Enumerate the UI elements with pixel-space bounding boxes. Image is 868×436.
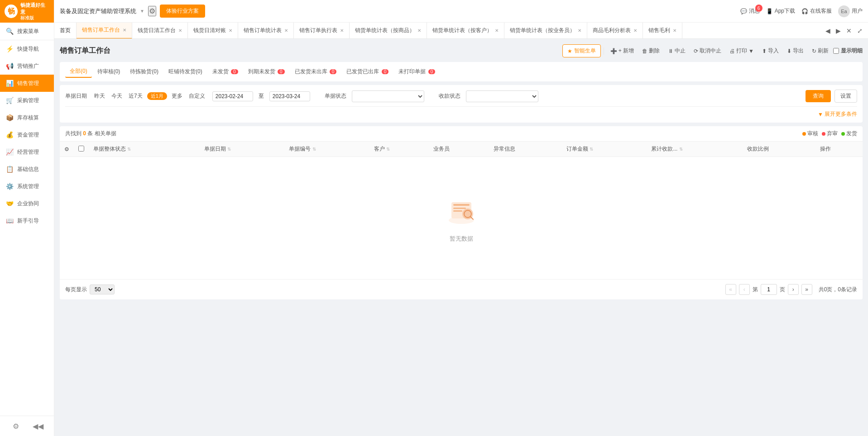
tab-sales-workbench[interactable]: 销售订单工作台 ✕	[77, 23, 132, 39]
settings-icon[interactable]: ⚙	[148, 6, 156, 16]
smart-gen-button[interactable]: ★ 智能生单	[562, 44, 601, 57]
cancel-review-button[interactable]: 弃审	[822, 130, 838, 137]
sidebar-item-purchase[interactable]: 🛒 采购管理	[0, 92, 54, 109]
tab-close-icon[interactable]: ✕	[578, 28, 581, 33]
page-next-button[interactable]: ›	[788, 284, 799, 295]
experience-button[interactable]: 体验行业方案	[160, 5, 205, 18]
tab-prev-button[interactable]: ◀	[824, 26, 832, 35]
tab-sales-exec[interactable]: 销售订单执行表 ✕	[294, 23, 350, 39]
filter-tab-all[interactable]: 全部(0)	[65, 66, 92, 78]
user-button[interactable]: Ea 用户	[838, 5, 863, 17]
payment-select[interactable]	[466, 90, 538, 102]
setting-button[interactable]: 设置	[834, 90, 857, 103]
sidebar-item-base-info[interactable]: 📋 基础信息	[0, 161, 54, 178]
col-collected: 累计收款... ⇅	[647, 142, 742, 157]
date-more[interactable]: 更多	[170, 91, 184, 101]
date-custom[interactable]: 自定义	[187, 91, 207, 101]
query-button[interactable]: 查询	[806, 90, 831, 102]
print-button[interactable]: 🖨 打印 ▼	[726, 45, 758, 57]
topbar: 装备及固定资产辅助管理系统 ▼ ⚙ 体验行业方案 💬 消息 6 📱 App下载 …	[54, 0, 868, 23]
filter-tab-shipped-out[interactable]: 已发货已出库 0	[342, 66, 393, 77]
col-settings[interactable]: ⚙	[60, 142, 74, 157]
tab-product-margin[interactable]: 商品毛利分析表 ✕	[587, 23, 643, 39]
sidebar-item-sales[interactable]: 📊 销售管理	[0, 75, 54, 92]
refresh-button[interactable]: ↻ 刷新	[808, 45, 832, 57]
sidebar-bottom: ⚙ ◀◀	[0, 416, 54, 436]
sidebar-item-operation[interactable]: 📈 经营管理	[0, 143, 54, 161]
tab-cash-daily[interactable]: 钱货日清工作台 ✕	[132, 23, 188, 39]
online-service-button[interactable]: 🎧 在线客服	[801, 7, 832, 15]
tab-home[interactable]: 首页	[54, 23, 77, 39]
page-last-button[interactable]: »	[801, 284, 812, 295]
filter-tab-wangpu-pending[interactable]: 旺铺待发货(0)	[164, 66, 207, 77]
tab-maximize-button[interactable]: ⤢	[855, 26, 864, 35]
date-yesterday[interactable]: 昨天	[92, 91, 107, 101]
show-detail-checkbox[interactable]	[833, 48, 839, 54]
tab-sales-profit[interactable]: 销售毛利 ✕	[643, 23, 682, 39]
tab-close-icon[interactable]: ✕	[178, 28, 182, 33]
filter-tab-pending-inspect[interactable]: 待拣验货(0)	[125, 66, 163, 77]
sidebar-item-quick-nav[interactable]: ⚡ 快捷导航	[0, 40, 54, 57]
tab-close-icon[interactable]: ✕	[633, 28, 637, 33]
collapse-button[interactable]: ◀◀	[33, 421, 43, 431]
import-button[interactable]: ⬆ 导入	[758, 45, 782, 57]
show-detail-toggle[interactable]: 显示明细	[833, 47, 863, 55]
tab-sales-summary-customer[interactable]: 销货单统计表（按客户） ✕	[427, 23, 504, 39]
tab-close-icon[interactable]: ✕	[673, 28, 676, 33]
tab-next-button[interactable]: ▶	[834, 26, 843, 35]
message-button[interactable]: 💬 消息 6	[740, 7, 760, 15]
settings-button[interactable]: ⚙	[10, 421, 21, 431]
date-7days[interactable]: 近7天	[127, 91, 144, 101]
date-today[interactable]: 今天	[110, 91, 124, 101]
suspend-button[interactable]: ⏸ 中止	[664, 45, 689, 57]
review-action-button[interactable]: 审核	[802, 130, 818, 137]
tab-cash-reconcile[interactable]: 钱货日清对账 ✕	[188, 23, 238, 39]
export-button[interactable]: ⬇ 导出	[783, 45, 807, 57]
col-operations: 操作	[815, 142, 863, 157]
sidebar-item-cooperation[interactable]: 🤝 企业协同	[0, 195, 54, 212]
tab-sales-summary-staff[interactable]: 销货单统计表（按业务员） ✕	[504, 23, 587, 39]
page-prev-button[interactable]: ‹	[739, 284, 750, 295]
date-from-input[interactable]	[212, 91, 253, 101]
filter-tab-not-shipped[interactable]: 未发货 0	[208, 66, 243, 77]
date-to-input[interactable]	[269, 91, 310, 101]
tab-close-icon[interactable]: ✕	[495, 28, 499, 33]
filter-tab-not-printed[interactable]: 未打印单据 0	[394, 66, 440, 77]
tab-close-icon[interactable]: ✕	[123, 28, 126, 33]
sidebar-item-search[interactable]: 🔍 搜索菜单	[0, 23, 54, 40]
ship-dot-icon	[841, 132, 845, 136]
tab-close-icon[interactable]: ✕	[284, 28, 288, 33]
cancel-suspend-button[interactable]: ⟳ 取消中止	[690, 45, 725, 57]
app-download-button[interactable]: 📱 App下载	[766, 7, 795, 15]
status-select[interactable]	[352, 90, 424, 102]
page-size-select[interactable]: 10 20 50 100	[90, 284, 115, 294]
date-1month[interactable]: 近1月	[147, 92, 167, 100]
sidebar-item-finance[interactable]: 💰 资金管理	[0, 126, 54, 143]
tab-close-icon[interactable]: ✕	[417, 28, 421, 33]
shipped-not-out-badge: 0	[330, 69, 337, 74]
sidebar-item-label: 快捷导航	[17, 45, 39, 53]
tab-close-all-button[interactable]: ✕	[844, 26, 854, 35]
sidebar-item-marketing[interactable]: 📢 营销推广	[0, 57, 54, 75]
not-shipped-badge: 0	[231, 69, 238, 74]
tab-sales-stats[interactable]: 销售订单统计表 ✕	[238, 23, 294, 39]
expand-filters-button[interactable]: ▼ 展开更多条件	[818, 110, 857, 118]
tab-close-icon[interactable]: ✕	[229, 28, 232, 33]
delete-button[interactable]: 🗑 删除	[638, 45, 663, 57]
sidebar-item-guide[interactable]: 📖 新手引导	[0, 212, 54, 229]
col-checkbox[interactable]	[74, 142, 89, 157]
page-first-button[interactable]: «	[725, 284, 736, 295]
new-button[interactable]: ➕ + 新增	[607, 45, 638, 57]
filter-tab-overdue[interactable]: 到期未发货 0	[244, 66, 289, 77]
export-icon: ⬇	[787, 48, 791, 54]
tab-label: 销售订单统计表	[244, 27, 282, 34]
select-all-checkbox[interactable]	[78, 146, 84, 152]
filter-tab-pending-review[interactable]: 待审核(0)	[93, 66, 125, 77]
tab-sales-summary-product[interactable]: 销货单统计表（按商品） ✕	[350, 23, 427, 39]
ship-action-button[interactable]: 发货	[841, 130, 857, 137]
tab-close-icon[interactable]: ✕	[340, 28, 344, 33]
sidebar-item-inventory[interactable]: 📦 库存核算	[0, 109, 54, 126]
page-input[interactable]	[761, 284, 777, 295]
filter-tab-shipped-not-out[interactable]: 已发货未出库 0	[290, 66, 341, 77]
sidebar-item-system[interactable]: ⚙️ 系统管理	[0, 178, 54, 195]
